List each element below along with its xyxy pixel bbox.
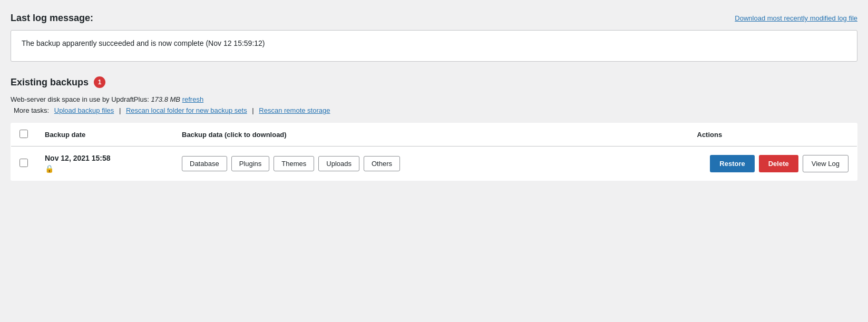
upload-backup-link[interactable]: Upload backup files	[54, 106, 114, 114]
data-btn-uploads[interactable]: Uploads	[318, 156, 359, 171]
separator-1: |	[119, 106, 123, 114]
log-message-text: The backup apparently succeeded and is n…	[22, 39, 265, 47]
data-buttons-container: DatabasePluginsThemesUploadsOthers	[182, 156, 680, 171]
section-title-row: Existing backups 1	[11, 76, 857, 88]
backup-data-cell: DatabasePluginsThemesUploadsOthers	[173, 147, 689, 181]
row-checkbox[interactable]	[19, 159, 28, 167]
action-buttons-container: RestoreDeleteView Log	[697, 155, 849, 172]
log-title: Last log message:	[11, 13, 93, 24]
disk-space-row: Web-server disk space in use by UpdraftP…	[11, 95, 857, 103]
more-tasks-label: More tasks:	[14, 106, 49, 114]
existing-backups-title: Existing backups	[11, 77, 89, 88]
separator-2: |	[252, 106, 256, 114]
table-row: Nov 12, 2021 15:58🔒DatabasePluginsThemes…	[11, 147, 857, 181]
table-header-row: Backup date Backup data (click to downlo…	[11, 123, 857, 147]
data-btn-database[interactable]: Database	[182, 156, 227, 171]
refresh-link[interactable]: refresh	[182, 95, 203, 103]
log-header: Last log message: Download most recently…	[11, 13, 857, 24]
download-log-link[interactable]: Download most recently modified log file	[735, 14, 857, 22]
log-section: Last log message: Download most recently…	[11, 13, 857, 62]
rescan-local-link[interactable]: Rescan local folder for new backup sets	[126, 106, 247, 114]
rescan-remote-link[interactable]: Rescan remote storage	[259, 106, 330, 114]
disk-space-label: Web-server disk space in use by UpdraftP…	[11, 95, 149, 103]
backup-date: Nov 12, 2021 15:58	[45, 154, 165, 162]
row-checkbox-cell	[11, 147, 37, 181]
col-data-header: Backup data (click to download)	[173, 123, 689, 147]
col-checkbox	[11, 123, 37, 147]
select-all-checkbox[interactable]	[19, 130, 28, 138]
data-btn-plugins[interactable]: Plugins	[231, 156, 270, 171]
existing-backups-section: Existing backups 1 Web-server disk space…	[11, 76, 857, 181]
lock-icon: 🔒	[45, 164, 54, 173]
restore-button[interactable]: Restore	[710, 155, 754, 172]
delete-button[interactable]: Delete	[759, 155, 798, 172]
col-date-header: Backup date	[36, 123, 173, 147]
col-actions-header: Actions	[689, 123, 857, 147]
data-btn-others[interactable]: Others	[364, 156, 400, 171]
view-log-button[interactable]: View Log	[803, 155, 849, 172]
page-container: Last log message: Download most recently…	[11, 13, 857, 181]
backup-count-badge: 1	[94, 76, 105, 88]
backup-date-cell: Nov 12, 2021 15:58🔒	[36, 147, 173, 181]
data-btn-themes[interactable]: Themes	[274, 156, 314, 171]
log-message-box: The backup apparently succeeded and is n…	[11, 30, 857, 62]
backup-table: Backup date Backup data (click to downlo…	[11, 123, 857, 181]
disk-space-value: 173.8 MB	[151, 95, 180, 103]
actions-cell: RestoreDeleteView Log	[689, 147, 857, 181]
tasks-row: More tasks: Upload backup files | Rescan…	[11, 106, 857, 114]
